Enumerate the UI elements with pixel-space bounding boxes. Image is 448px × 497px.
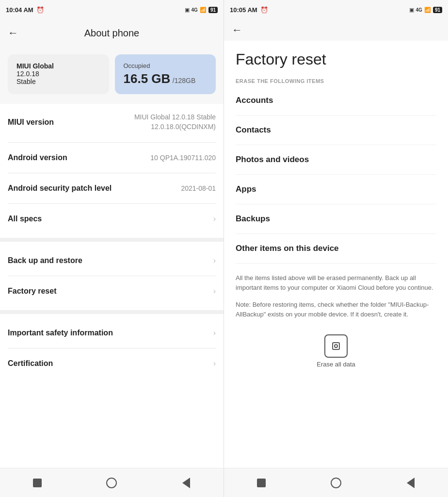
android-version-label: Android version: [8, 153, 150, 162]
sim-icon-right: ▣: [409, 7, 414, 13]
alarm-icon-right: ⏰: [260, 6, 268, 14]
recents-icon-right: [257, 479, 266, 487]
miui-version-value: MIUI Global 12.0.18 Stable12.0.18.0(QCDI…: [134, 113, 216, 132]
note-text: Note: Before restoring items, check whet…: [224, 298, 448, 327]
status-left-right: 10:05 AM ⏰: [230, 6, 268, 14]
warning-text: All the items listed above will be erase…: [224, 264, 448, 298]
erase-item-other: Other items on this device: [224, 234, 448, 263]
info-cards: MIUI Global 12.0.18 Stable Occupied 16.5…: [0, 47, 224, 104]
erase-all-icon: [324, 334, 348, 358]
home-icon-right: [331, 478, 341, 488]
home-icon-left: [106, 478, 117, 488]
status-left: 10:04 AM ⏰: [6, 6, 44, 14]
erase-photos-label: Photos and videos: [236, 155, 309, 164]
backup-chevron: ›: [213, 256, 216, 265]
left-content: MIUI Global 12.0.18 Stable Occupied 16.5…: [0, 47, 224, 468]
all-specs-label: All specs: [8, 215, 209, 223]
page-title-left: About phone: [24, 28, 199, 39]
erase-other-label: Other items on this device: [236, 244, 339, 253]
nav-home-left[interactable]: [101, 472, 122, 494]
network-4g-right: 4G: [416, 7, 422, 13]
back-icon-left: [182, 478, 190, 488]
alarm-icon-left: ⏰: [36, 6, 44, 14]
network-4g: 4G: [192, 7, 198, 13]
backup-label: Back up and restore: [8, 256, 209, 265]
status-bar-right: 10:05 AM ⏰ ▣ 4G 📶 91: [224, 0, 448, 19]
settings-miui-version: MIUI version MIUI Global 12.0.18 Stable1…: [0, 104, 224, 140]
security-patch-label: Android security patch level: [8, 184, 181, 193]
nav-home-right[interactable]: [325, 472, 347, 494]
status-right-right: ▣ 4G 📶 91: [409, 7, 442, 13]
section-divider-2: [0, 310, 224, 314]
erase-backups-label: Backups: [236, 214, 270, 223]
erase-apps-label: Apps: [236, 184, 256, 194]
top-bar-left: ← About phone: [0, 19, 224, 47]
certification-chevron: ›: [213, 359, 216, 368]
safety-info-label: Important safety information: [8, 329, 209, 337]
nav-back-left[interactable]: [176, 472, 197, 494]
storage-card: Occupied 16.5 GB /128GB: [115, 54, 216, 94]
erase-item-photos: Photos and videos: [224, 145, 448, 174]
miui-line1: MIUI Global: [16, 62, 100, 70]
erase-item-apps: Apps: [224, 175, 448, 204]
erase-contacts-label: Contacts: [236, 125, 271, 134]
erase-accounts-label: Accounts: [236, 96, 273, 105]
miui-version-label: MIUI version: [8, 118, 134, 127]
nav-back-right[interactable]: [400, 472, 421, 494]
signal-bars: 📶: [200, 7, 207, 13]
recents-icon-left: [33, 479, 42, 487]
storage-total: /128GB: [173, 77, 195, 84]
settings-factory-reset[interactable]: Factory reset ›: [0, 278, 224, 304]
settings-all-specs[interactable]: All specs ›: [0, 206, 224, 232]
time-left: 10:04 AM: [6, 6, 33, 14]
factory-reset-label: Factory reset: [8, 287, 209, 296]
android-version-value: 10 QP1A.190711.020: [150, 154, 216, 162]
security-patch-value: 2021-08-01: [181, 184, 216, 192]
nav-recents-right[interactable]: [251, 472, 272, 494]
erase-all-label: Erase all data: [317, 361, 355, 368]
erase-item-contacts: Contacts: [224, 116, 448, 145]
time-right: 10:05 AM: [230, 6, 257, 14]
signal-bars-right: 📶: [424, 7, 431, 13]
all-specs-chevron: ›: [213, 215, 216, 223]
certification-label: Certification: [8, 359, 209, 368]
miui-line3: Stable: [16, 78, 100, 85]
right-screen: 10:05 AM ⏰ ▣ 4G 📶 91 ← Factory reset ERA…: [224, 0, 448, 497]
settings-safety-info[interactable]: Important safety information ›: [0, 320, 224, 346]
settings-backup[interactable]: Back up and restore ›: [0, 248, 224, 274]
storage-value-row: 16.5 GB /128GB: [124, 71, 208, 86]
sim-icon: ▣: [185, 7, 190, 13]
erase-section-label: ERASE THE FOLLOWING ITEMS: [224, 74, 448, 86]
storage-value: 16.5 GB: [124, 71, 171, 86]
section-divider-1: [0, 238, 224, 242]
settings-security-patch: Android security patch level 2021-08-01: [0, 175, 224, 201]
back-button-left[interactable]: ←: [8, 27, 18, 39]
battery-left: 91: [208, 7, 218, 13]
erase-item-backups: Backups: [224, 204, 448, 233]
top-bar-right: ←: [224, 19, 448, 41]
settings-certification[interactable]: Certification ›: [0, 350, 224, 377]
settings-list: MIUI version MIUI Global 12.0.18 Stable1…: [0, 104, 224, 377]
status-bar-left: 10:04 AM ⏰ ▣ 4G 📶 91: [0, 0, 224, 19]
svg-rect-0: [333, 343, 339, 349]
right-content: Factory reset ERASE THE FOLLOWING ITEMS …: [224, 41, 448, 468]
miui-line2: 12.0.18: [16, 70, 100, 78]
battery-right: 91: [433, 7, 442, 13]
erase-item-accounts: Accounts: [224, 86, 448, 115]
back-button-right[interactable]: ←: [232, 24, 242, 36]
safety-info-chevron: ›: [213, 329, 216, 337]
factory-reset-title: Factory reset: [224, 41, 448, 74]
svg-point-1: [335, 345, 337, 348]
erase-all-button[interactable]: Erase all data: [224, 327, 448, 376]
bottom-nav-right: [224, 468, 448, 497]
miui-card: MIUI Global 12.0.18 Stable: [8, 54, 109, 94]
factory-reset-chevron: ›: [213, 287, 216, 296]
status-right-left: ▣ 4G 📶 91: [185, 7, 218, 13]
settings-android-version: Android version 10 QP1A.190711.020: [0, 145, 224, 171]
back-icon-right: [407, 478, 415, 488]
storage-label: Occupied: [124, 62, 208, 69]
left-screen: 10:04 AM ⏰ ▣ 4G 📶 91 ← About phone MIUI …: [0, 0, 224, 497]
nav-recents-left[interactable]: [27, 472, 48, 494]
bottom-nav-left: [0, 468, 224, 497]
